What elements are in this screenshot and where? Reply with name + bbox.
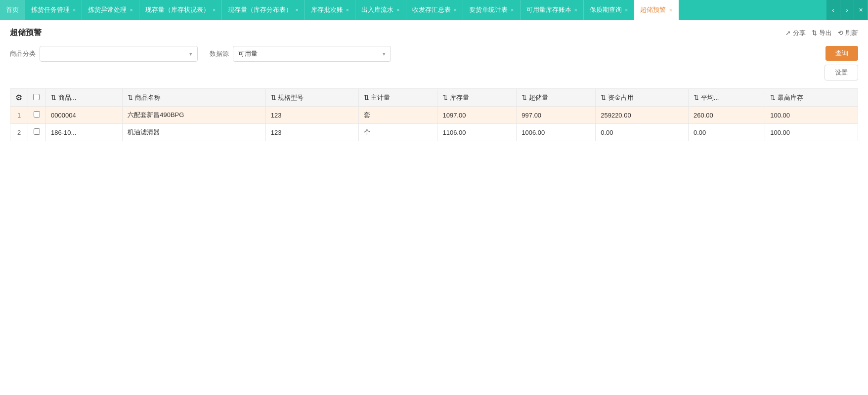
- filter-buttons: 查询 设置: [825, 46, 858, 80]
- data-table: ⚙ ⇅ 商品... ⇅ 商品名称 ⇅ 规格型号 ⇅ 主计量 ⇅: [10, 88, 858, 141]
- export-icon: ⇅: [812, 29, 817, 37]
- th-overstock-label: ⇅ 超储量: [521, 94, 548, 101]
- nav-item-overstock-warning[interactable]: 超储预警 ×: [634, 0, 678, 20]
- datasource-label: 数据源: [210, 49, 229, 58]
- nav-item-abnormal[interactable]: 拣货异常处理 ×: [82, 0, 139, 20]
- refresh-button[interactable]: ⟲ 刷新: [838, 29, 858, 38]
- th-checkbox: [28, 89, 46, 107]
- cell-product-code-1: 186-10...: [46, 124, 123, 141]
- nav-item-collect-summary[interactable]: 收发存汇总表 ×: [406, 0, 463, 20]
- cell-product-name-1: 机油滤清器: [123, 124, 266, 141]
- cell-product-name-0: 六配套新昌490BPG: [123, 107, 266, 124]
- page-header: 超储预警 ➚ 分享 ⇅ 导出 ⟲ 刷新: [10, 28, 858, 38]
- row-select-checkbox-0[interactable]: [34, 111, 40, 118]
- th-capital-label: ⇅ 资金占用: [601, 94, 634, 101]
- row-num-1: 2: [10, 124, 28, 141]
- share-button[interactable]: ➚ 分享: [785, 29, 806, 38]
- nav-close-order-stats[interactable]: ×: [511, 7, 514, 13]
- table-header-row: ⚙ ⇅ 商品... ⇅ 商品名称 ⇅ 规格型号 ⇅ 主计量 ⇅: [10, 89, 858, 107]
- page-title: 超储预警: [10, 28, 42, 38]
- th-max-inventory[interactable]: ⇅ 最高库存: [765, 89, 858, 107]
- row-select-checkbox-1[interactable]: [34, 128, 40, 135]
- nav-item-batch-account[interactable]: 库存批次账 ×: [305, 0, 355, 20]
- nav-close-abnormal[interactable]: ×: [130, 7, 132, 13]
- category-label: 商品分类: [10, 49, 36, 58]
- th-unit[interactable]: ⇅ 主计量: [358, 89, 437, 107]
- refresh-icon: ⟲: [838, 29, 843, 37]
- cell-inventory-0: 1097.00: [437, 107, 517, 124]
- th-settings: ⚙: [10, 89, 28, 107]
- datasource-select[interactable]: 可用量 ▾: [233, 46, 391, 62]
- nav-close-overstock-warning[interactable]: ×: [669, 7, 672, 13]
- category-filter: 商品分类 ▾: [10, 46, 198, 62]
- nav-arrows: ‹ › ×: [826, 0, 868, 20]
- nav-close-inventory-dist[interactable]: ×: [295, 7, 298, 13]
- gear-icon[interactable]: ⚙: [15, 93, 22, 102]
- datasource-filter: 数据源 可用量 ▾: [210, 46, 391, 62]
- nav-close-inventory-status[interactable]: ×: [213, 7, 216, 13]
- cell-spec-1: 123: [265, 124, 358, 141]
- th-spec[interactable]: ⇅ 规格型号: [265, 89, 358, 107]
- settings-button[interactable]: 设置: [825, 65, 858, 80]
- nav-arrow-right[interactable]: ›: [840, 0, 854, 20]
- th-inventory[interactable]: ⇅ 库存量: [437, 89, 517, 107]
- nav-close-quality-period[interactable]: ×: [625, 7, 628, 13]
- cell-max-inventory-0: 100.00: [765, 107, 858, 124]
- nav-close-inout-flow[interactable]: ×: [396, 7, 399, 13]
- export-button[interactable]: ⇅ 导出: [812, 29, 832, 38]
- share-icon: ➚: [785, 29, 791, 37]
- cell-avg-1: 0.00: [688, 124, 765, 141]
- th-inventory-label: ⇅ 库存量: [442, 94, 469, 101]
- datasource-select-value: 可用量: [238, 49, 258, 58]
- th-capital[interactable]: ⇅ 资金占用: [596, 89, 689, 107]
- nav-item-inventory-dist[interactable]: 现存量（库存分布表） ×: [222, 0, 304, 20]
- th-product-code[interactable]: ⇅ 商品...: [46, 89, 123, 107]
- row-checkbox-0: [28, 107, 46, 124]
- th-overstock[interactable]: ⇅ 超储量: [517, 89, 596, 107]
- nav-close-collect-summary[interactable]: ×: [454, 7, 457, 13]
- nav-item-available-account[interactable]: 可用量库存账本 ×: [521, 0, 584, 20]
- category-select[interactable]: ▾: [40, 46, 198, 62]
- th-spec-label: ⇅ 规格型号: [271, 94, 304, 101]
- cell-overstock-0: 997.00: [517, 107, 596, 124]
- header-actions: ➚ 分享 ⇅ 导出 ⟲ 刷新: [785, 29, 858, 38]
- nav-arrow-left[interactable]: ‹: [826, 0, 840, 20]
- th-product-name[interactable]: ⇅ 商品名称: [123, 89, 266, 107]
- th-avg-label: ⇅ 平均...: [694, 94, 719, 101]
- th-product-name-label: ⇅ 商品名称: [128, 94, 161, 101]
- table-row: 2 186-10... 机油滤清器 123 个 1106.00 1006.00 …: [10, 124, 858, 141]
- th-avg[interactable]: ⇅ 平均...: [688, 89, 765, 107]
- nav-item-inout-flow[interactable]: 出入库流水 ×: [355, 0, 406, 20]
- chevron-down-icon: ▾: [189, 51, 192, 57]
- cell-max-inventory-1: 100.00: [765, 124, 858, 141]
- th-product-code-label: ⇅ 商品...: [51, 94, 76, 101]
- main-content: 超储预警 ➚ 分享 ⇅ 导出 ⟲ 刷新 商品分类 ▾: [0, 20, 868, 395]
- nav-item-home[interactable]: 首页: [0, 0, 25, 20]
- table-row: 1 0000004 六配套新昌490BPG 123 套 1097.00 997.…: [10, 107, 858, 124]
- cell-product-code-0: 0000004: [46, 107, 123, 124]
- filter-section: 商品分类 ▾ 数据源 可用量 ▾ 查询 设置: [10, 46, 858, 80]
- cell-unit-0: 套: [358, 107, 437, 124]
- cell-inventory-1: 1106.00: [437, 124, 517, 141]
- query-button[interactable]: 查询: [825, 46, 858, 61]
- nav-close-task-mgmt[interactable]: ×: [73, 7, 76, 13]
- nav-item-inventory-status[interactable]: 现存量（库存状况表） ×: [139, 0, 222, 20]
- nav-close-batch-account[interactable]: ×: [346, 7, 349, 13]
- top-navigation: 首页 拣货任务管理 × 拣货异常处理 × 现存量（库存状况表） × 现存量（库存…: [0, 0, 868, 20]
- nav-item-quality-period[interactable]: 保质期查询 ×: [584, 0, 634, 20]
- chevron-down-icon-2: ▾: [383, 51, 386, 57]
- nav-item-task-mgmt[interactable]: 拣货任务管理 ×: [25, 0, 82, 20]
- cell-spec-0: 123: [265, 107, 358, 124]
- cell-avg-0: 260.00: [688, 107, 765, 124]
- cell-unit-1: 个: [358, 124, 437, 141]
- th-max-inventory-label: ⇅ 最高库存: [770, 94, 803, 101]
- select-all-checkbox[interactable]: [33, 94, 40, 100]
- row-num-0: 1: [10, 107, 28, 124]
- cell-capital-0: 259220.00: [596, 107, 689, 124]
- row-checkbox-1: [28, 124, 46, 141]
- th-unit-label: ⇅ 主计量: [364, 94, 391, 101]
- nav-close-available-account[interactable]: ×: [574, 7, 577, 13]
- nav-item-order-stats[interactable]: 要货单统计表 ×: [463, 0, 520, 20]
- cell-overstock-1: 1006.00: [517, 124, 596, 141]
- nav-arrow-close[interactable]: ×: [854, 0, 868, 20]
